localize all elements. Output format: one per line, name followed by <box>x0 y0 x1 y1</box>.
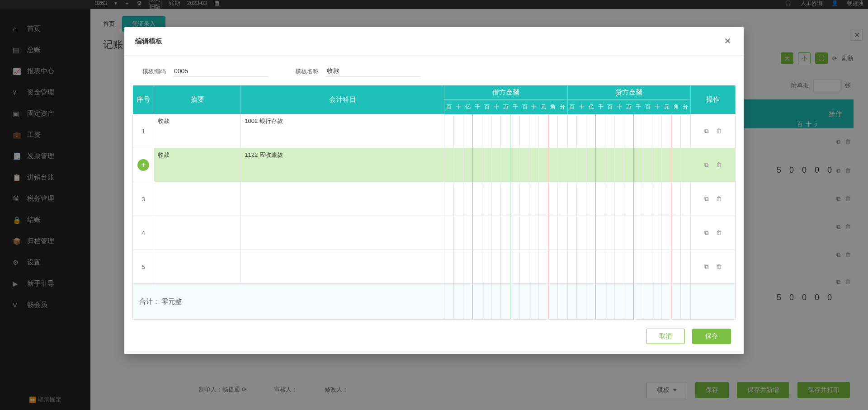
total-op-cell <box>690 284 735 320</box>
table-row: 1收款1002 银行存款⧉🗑 <box>133 114 736 148</box>
trash-icon[interactable]: 🗑 <box>715 262 724 271</box>
row-debit-amount[interactable] <box>444 216 567 250</box>
template-name-label: 模板名称 <box>295 67 319 75</box>
th-subject: 会计科目 <box>241 85 444 114</box>
row-index: 1 <box>133 114 154 148</box>
table-row: 5⧉🗑 <box>133 250 736 284</box>
row-subject[interactable]: 1002 银行存款 <box>241 114 444 148</box>
row-index: 5 <box>133 250 154 284</box>
row-index: 4 <box>133 216 154 250</box>
row-subject[interactable] <box>241 182 444 216</box>
total-label: 合计： <box>139 297 160 305</box>
total-row: 合计： 零元整 <box>133 284 736 320</box>
copy-icon[interactable]: ⧉ <box>702 160 711 170</box>
total-text: 零元整 <box>161 297 182 305</box>
save-button[interactable]: 保存 <box>692 329 731 344</box>
template-code-label: 模板编码 <box>142 67 166 75</box>
template-code-input[interactable] <box>173 66 268 77</box>
row-credit-amount[interactable] <box>567 148 690 182</box>
row-summary[interactable]: 收款 <box>154 114 241 148</box>
row-summary[interactable]: 收款 <box>154 148 241 182</box>
row-op: ⧉🗑 <box>690 114 735 148</box>
th-op: 操作 <box>690 85 735 114</box>
row-subject[interactable] <box>241 216 444 250</box>
row-subject[interactable] <box>241 250 444 284</box>
total-debit-cell <box>444 284 567 320</box>
copy-icon[interactable]: ⧉ <box>702 262 711 271</box>
th-summary: 摘要 <box>154 85 241 114</box>
template-name-field: 模板名称 <box>295 66 421 77</box>
row-index: 3 <box>133 182 154 216</box>
add-row-button[interactable]: + <box>137 159 149 171</box>
modal-meta: 模板编码 模板名称 <box>124 56 744 85</box>
modal-header: 编辑模板 ✕ <box>124 27 744 56</box>
row-credit-amount[interactable] <box>567 216 690 250</box>
table-row: 4⧉🗑 <box>133 216 736 250</box>
trash-icon[interactable]: 🗑 <box>715 127 724 136</box>
voucher-table: 序号 摘要 会计科目 借方金额 贷方金额 操作 百十亿千百十万千百十元角分 百十… <box>132 85 736 320</box>
row-summary[interactable] <box>154 216 241 250</box>
row-op: ⧉🗑 <box>690 182 735 216</box>
table-row: +收款1122 应收账款⧉🗑 <box>133 148 736 182</box>
row-op: ⧉🗑 <box>690 148 735 182</box>
row-credit-amount[interactable] <box>567 250 690 284</box>
copy-icon[interactable]: ⧉ <box>702 228 711 237</box>
table-row: 3⧉🗑 <box>133 182 736 216</box>
th-index: 序号 <box>133 85 154 114</box>
modal-footer: 取消 保存 <box>124 320 744 344</box>
th-debit: 借方金额 <box>444 85 567 100</box>
edit-template-modal: 编辑模板 ✕ 模板编码 模板名称 序号 摘要 会计科目 借方金额 贷方金额 操作… <box>124 27 744 354</box>
copy-icon[interactable]: ⧉ <box>702 194 711 203</box>
row-credit-amount[interactable] <box>567 182 690 216</box>
template-name-input[interactable] <box>326 66 421 77</box>
th-credit-units: 百十亿千百十万千百十元角分 <box>567 100 690 114</box>
row-op: ⧉🗑 <box>690 216 735 250</box>
total-credit-cell <box>567 284 690 320</box>
trash-icon[interactable]: 🗑 <box>715 228 724 237</box>
close-icon[interactable]: ✕ <box>722 34 733 48</box>
modal-title: 编辑模板 <box>135 37 162 46</box>
row-debit-amount[interactable] <box>444 182 567 216</box>
copy-icon[interactable]: ⧉ <box>702 127 711 136</box>
th-debit-units: 百十亿千百十万千百十元角分 <box>444 100 567 114</box>
row-summary[interactable] <box>154 182 241 216</box>
template-code-field: 模板编码 <box>142 66 268 77</box>
th-credit: 贷方金额 <box>567 85 690 100</box>
row-subject[interactable]: 1122 应收账款 <box>241 148 444 182</box>
cancel-button[interactable]: 取消 <box>646 329 685 344</box>
row-summary[interactable] <box>154 250 241 284</box>
trash-icon[interactable]: 🗑 <box>715 160 724 170</box>
row-op: ⧉🗑 <box>690 250 735 284</box>
trash-icon[interactable]: 🗑 <box>715 194 724 203</box>
row-index: + <box>133 148 154 182</box>
row-debit-amount[interactable] <box>444 148 567 182</box>
row-credit-amount[interactable] <box>567 114 690 148</box>
total-cell: 合计： 零元整 <box>133 284 444 320</box>
row-debit-amount[interactable] <box>444 114 567 148</box>
row-debit-amount[interactable] <box>444 250 567 284</box>
